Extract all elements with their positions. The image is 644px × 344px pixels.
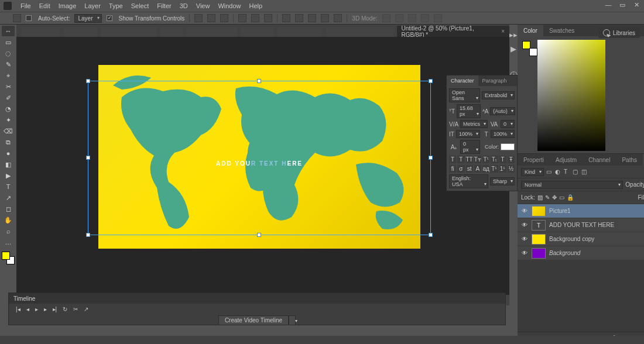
kerning-input[interactable]: Metrics	[460, 120, 488, 128]
timeline-first-icon[interactable]: |◂	[16, 306, 20, 312]
tool-lasso[interactable]: ◌	[2, 48, 15, 59]
tool-eraser[interactable]: ⧉	[2, 137, 15, 147]
menu-help[interactable]: Help	[245, 2, 267, 9]
tool-shape[interactable]: ◻	[2, 204, 15, 214]
tool-quickselect[interactable]: ✎	[2, 59, 15, 70]
tool-zoom[interactable]: ⌕	[2, 226, 15, 236]
tab-paths[interactable]: Paths	[616, 154, 643, 166]
style-sub[interactable]: Tₜ	[491, 156, 498, 163]
filter-smart-icon[interactable]: ◫	[581, 168, 588, 175]
3d-icon-5[interactable]	[434, 14, 442, 22]
handle-nw[interactable]	[86, 79, 90, 83]
timeline-tab[interactable]: Timeline	[13, 295, 35, 302]
lock-artboard-icon[interactable]: ▭	[559, 194, 564, 201]
distribute-icon-4[interactable]	[321, 14, 329, 22]
filter-image-icon[interactable]: ▭	[546, 168, 553, 175]
ot-swash[interactable]: A	[474, 165, 481, 173]
doc-tab-placeholder[interactable]	[186, 27, 237, 37]
layer-row[interactable]: 👁 Background 🔒	[518, 246, 644, 260]
align-icon-1[interactable]	[194, 14, 203, 22]
3d-icon-1[interactable]	[382, 14, 390, 22]
tool-gradient[interactable]: ●	[2, 148, 15, 159]
strip-icon-history[interactable]: ▸▸	[509, 30, 518, 39]
lock-position-icon[interactable]: ✥	[552, 194, 557, 201]
foreground-swatch[interactable]	[2, 252, 10, 260]
filter-type-icon[interactable]: T	[564, 168, 570, 175]
doc-tab-placeholder[interactable]	[64, 27, 97, 37]
tool-history-brush[interactable]: ⌫	[2, 126, 15, 136]
doc-tab-placeholder[interactable]	[326, 27, 393, 37]
baseline-input[interactable]: 0 px	[460, 140, 480, 154]
align-icon-3[interactable]	[220, 14, 228, 22]
ot-titl[interactable]: ад	[482, 165, 489, 173]
tool-crop[interactable]: ⌖	[2, 70, 15, 81]
menu-window[interactable]: Window	[214, 2, 245, 9]
layer-thumbnail[interactable]: T	[532, 220, 546, 231]
tab-adjustments[interactable]: Adjustm	[550, 154, 583, 166]
layer-thumbnail[interactable]	[532, 206, 546, 216]
tab-paragraph[interactable]: Paragraph	[478, 75, 511, 86]
distribute-icon-3[interactable]	[308, 14, 316, 22]
vscale-input[interactable]: 100%	[456, 130, 480, 138]
layer-thumbnail[interactable]	[532, 234, 546, 245]
leading-input[interactable]: (Auto)	[490, 107, 515, 115]
3d-icon-3[interactable]	[408, 14, 416, 22]
style-small[interactable]: Tᴛ	[474, 156, 481, 163]
menu-type[interactable]: Type	[105, 2, 127, 9]
handle-e[interactable]	[429, 156, 433, 160]
minimize-button[interactable]: —	[604, 1, 612, 9]
tool-heal[interactable]: ✐	[2, 92, 15, 103]
3d-icon-4[interactable]	[421, 14, 429, 22]
ot-ord[interactable]: Tˢ	[491, 165, 498, 173]
layer-row[interactable]: 👁 Picture1	[518, 204, 644, 218]
tracking-input[interactable]: 0	[501, 120, 515, 128]
canvas[interactable]: ADD YOUR TEXT HERE	[98, 65, 420, 249]
visibility-icon[interactable]: 👁	[521, 208, 528, 214]
layer-name[interactable]: Background	[549, 250, 580, 256]
menu-view[interactable]: View	[192, 2, 214, 9]
timeline-prev-icon[interactable]: ◂	[26, 306, 29, 312]
timeline-cut-icon[interactable]: ✂	[73, 306, 78, 312]
tool-brush[interactable]: ◔	[2, 104, 15, 114]
timeline-last-icon[interactable]: ▸|	[53, 306, 57, 312]
language-dropdown[interactable]: English: USA	[449, 174, 488, 188]
layer-thumbnail[interactable]	[532, 248, 546, 259]
tool-blur[interactable]: ◧	[2, 159, 15, 170]
visibility-icon[interactable]: 👁	[521, 222, 528, 228]
ot-sup[interactable]: 1ˢ	[499, 165, 506, 173]
tool-clone[interactable]: ✦	[2, 115, 15, 125]
doc-tab-placeholder[interactable]	[278, 27, 323, 37]
tool-type[interactable]: T	[2, 181, 15, 192]
lock-all-icon[interactable]: 🔒	[567, 194, 574, 201]
close-button[interactable]: ✕	[632, 1, 640, 9]
tool-hand[interactable]: ✋	[2, 215, 15, 225]
style-strike[interactable]: Ŧ	[508, 156, 515, 163]
style-caps[interactable]: TT	[466, 156, 473, 163]
lock-pixels-icon[interactable]: ✎	[545, 194, 550, 201]
doc-tab-placeholder[interactable]	[241, 27, 274, 37]
color-field[interactable]	[537, 40, 605, 151]
layer-row[interactable]: 👁 Background copy	[518, 232, 644, 246]
distribute-icon-5[interactable]	[334, 14, 342, 22]
hscale-input[interactable]: 100%	[491, 130, 515, 138]
close-tab-icon[interactable]: ×	[501, 28, 505, 35]
timeline-loop-icon[interactable]: ↻	[63, 306, 67, 312]
visibility-icon[interactable]: 👁	[521, 250, 528, 256]
ot-alt[interactable]: σ	[457, 165, 464, 173]
handle-w[interactable]	[86, 156, 90, 160]
visibility-icon[interactable]: 👁	[521, 236, 528, 242]
doc-tab-placeholder[interactable]	[101, 27, 157, 37]
tool-eyedropper[interactable]: ✂	[2, 81, 15, 92]
canvas-stage[interactable]: ADD YOUR TEXT HERE	[16, 37, 509, 290]
autoselect-dropdown[interactable]: Layer	[74, 14, 101, 23]
tool-marquee[interactable]: ▭	[2, 37, 15, 47]
menu-image[interactable]: Image	[54, 2, 81, 9]
menu-3d[interactable]: 3D	[176, 2, 192, 9]
filter-shape-icon[interactable]: ▢	[573, 168, 579, 175]
antialias-dropdown[interactable]: Sharp	[490, 177, 515, 185]
tab-channels[interactable]: Channel	[583, 154, 616, 166]
filter-adj-icon[interactable]: ◐	[555, 168, 561, 175]
create-video-timeline-button[interactable]: Create Video Timeline	[218, 315, 289, 325]
menu-filter[interactable]: Filter	[153, 2, 175, 9]
color-mini-swatch[interactable]	[522, 41, 534, 53]
